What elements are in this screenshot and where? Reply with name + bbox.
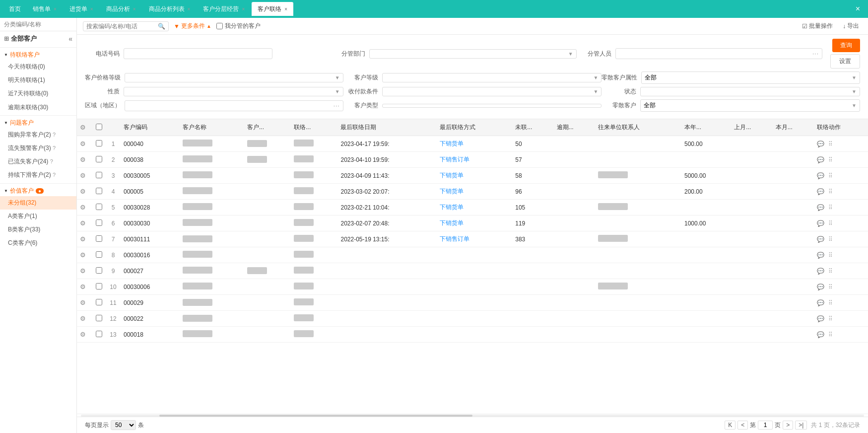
message-icon[interactable]: 💬 (817, 220, 824, 227)
query-button[interactable]: 查询 (832, 39, 860, 52)
message-icon[interactable]: 💬 (817, 315, 824, 322)
nature-select[interactable]: ▼ (124, 87, 343, 96)
message-icon[interactable]: 💬 (817, 156, 824, 163)
row-check[interactable] (92, 263, 106, 279)
last-method-link[interactable]: 下销货单 (440, 219, 464, 226)
page-input[interactable] (758, 421, 773, 430)
close-product-analysis-tab[interactable]: × (133, 6, 136, 12)
sidebar-item-tomorrow[interactable]: 明天待联络(1) (0, 73, 76, 87)
value-group-header[interactable]: ▼ 价值客户 ● (0, 185, 76, 196)
sidebar-item-abnormal[interactable]: 囤购异常客户(2) ? (0, 128, 76, 142)
phone-input[interactable] (124, 48, 272, 59)
close-customer-contact-tab[interactable]: × (284, 6, 287, 12)
search-icon[interactable]: 🔍 (158, 23, 165, 30)
status-select[interactable]: ▼ (640, 87, 860, 96)
close-product-list-tab[interactable]: × (188, 6, 191, 12)
close-sales-tab[interactable]: × (54, 6, 57, 12)
row-gear[interactable]: ⚙ (77, 295, 92, 311)
sidebar-item-lost[interactable]: 已流失客户(24) ? (0, 155, 76, 168)
last-method-link[interactable]: 下销货单 (440, 172, 464, 179)
sidebar-item-today[interactable]: 今天待联络(0) (0, 60, 76, 73)
apps-icon[interactable]: ⠿ (828, 188, 833, 195)
last-method-link[interactable]: 下销货单 (440, 204, 464, 211)
pending-group-header[interactable]: ▼ 待联络客户 (0, 49, 76, 60)
row-gear[interactable]: ⚙ (77, 247, 92, 263)
apps-icon[interactable]: ⠿ (828, 252, 833, 259)
row-check[interactable] (92, 295, 106, 311)
search-input[interactable] (86, 23, 156, 30)
close-window-icon[interactable]: × (852, 4, 864, 13)
tab-customer-tier[interactable]: 客户分层经营 × (197, 2, 251, 16)
settings-icon[interactable]: ⚙ (80, 124, 86, 131)
apps-icon[interactable]: ⠿ (828, 284, 833, 290)
check-header[interactable] (92, 119, 106, 136)
problem-group-header[interactable]: ▼ 问题客户 (0, 117, 76, 128)
message-icon[interactable]: 💬 (817, 172, 824, 179)
more-conditions-btn[interactable]: ▼ 更多条件 ▲ (174, 22, 211, 30)
home-tab[interactable]: 首页 (4, 5, 26, 13)
row-check[interactable] (92, 279, 106, 295)
row-check[interactable] (92, 200, 106, 216)
last-method-link[interactable]: 下销货单 (440, 140, 464, 147)
col-header-name[interactable]: 客户名称 (180, 119, 244, 136)
customer-type-select[interactable] (382, 104, 602, 108)
last-method-link[interactable]: 下销售订单 (440, 156, 469, 163)
apps-icon[interactable]: ⠿ (828, 236, 833, 243)
area-select[interactable]: ··· (125, 100, 343, 111)
reset-button[interactable]: 设置 (830, 54, 860, 69)
message-icon[interactable]: 💬 (817, 204, 824, 211)
price-level-select[interactable]: ▼ (125, 73, 343, 82)
tab-product-list[interactable]: 商品分析列表 × (143, 2, 197, 16)
col-header-unit-contact[interactable]: 往来单位联系人 (595, 119, 681, 136)
sidebar-search-input[interactable] (4, 21, 77, 28)
last-method-link[interactable]: 下销售订单 (440, 235, 469, 242)
apps-icon[interactable]: ⠿ (828, 299, 833, 306)
dept-select[interactable]: ▼ (369, 49, 576, 59)
close-purchase-tab[interactable]: × (90, 6, 93, 12)
row-gear[interactable]: ⚙ (77, 136, 92, 152)
row-check[interactable] (92, 184, 106, 200)
sidebar-item-a-class[interactable]: A类客户(1) (0, 210, 76, 223)
row-gear[interactable]: ⚙ (77, 216, 92, 231)
sidebar-item-overdue[interactable]: 逾期未联络(30) (0, 101, 76, 114)
export-btn[interactable]: ↓ 导出 (840, 21, 862, 31)
row-gear[interactable]: ⚙ (77, 200, 92, 216)
row-check[interactable] (92, 152, 106, 168)
customer-level-select[interactable]: ▼ (382, 73, 602, 82)
col-header-type[interactable]: 客户... (244, 119, 291, 136)
apps-icon[interactable]: ⠿ (828, 156, 833, 163)
select-all-checkbox[interactable] (96, 124, 102, 130)
col-header-overdue[interactable]: 逾期... (554, 119, 595, 136)
apps-icon[interactable]: ⠿ (828, 204, 833, 211)
row-check[interactable] (92, 247, 106, 263)
row-gear[interactable]: ⚙ (77, 311, 92, 327)
col-header-last-method[interactable]: 最后联络方式 (437, 119, 512, 136)
message-icon[interactable]: 💬 (817, 141, 824, 147)
last-page-btn[interactable]: >| (795, 421, 807, 430)
message-icon[interactable]: 💬 (817, 188, 824, 195)
manager-select[interactable]: ··· (615, 48, 822, 59)
row-check[interactable] (92, 136, 106, 152)
all-customers-header[interactable]: ⊞ 全部客户 « (0, 31, 76, 46)
scatter-customer-select[interactable]: 全部 ▼ (640, 99, 860, 112)
message-icon[interactable]: 💬 (817, 268, 824, 275)
col-header-this-month[interactable]: 本月... (773, 119, 814, 136)
payment-select[interactable]: ▼ (382, 87, 602, 96)
col-header-last-date[interactable]: 最后联络日期 (337, 119, 437, 136)
tab-product-analysis[interactable]: 商品分析 × (100, 2, 142, 16)
prev-page-btn[interactable]: < (737, 421, 748, 430)
col-header-uncontacted[interactable]: 未联... (512, 119, 553, 136)
last-method-link[interactable]: 下销货单 (440, 188, 464, 195)
collapse-btn[interactable]: « (68, 35, 72, 43)
sidebar-item-declining[interactable]: 持续下滑客户(2) ? (0, 168, 76, 182)
my-customers-check[interactable] (216, 23, 223, 29)
tab-purchase[interactable]: 进货单 × (64, 2, 99, 16)
row-check[interactable] (92, 311, 106, 327)
sidebar-item-b-class[interactable]: B类客户(33) (0, 223, 76, 236)
bulk-ops-btn[interactable]: ☑ 批量操作 (799, 21, 836, 31)
apps-icon[interactable]: ⠿ (828, 268, 833, 275)
next-page-btn[interactable]: > (783, 421, 793, 430)
row-gear[interactable]: ⚙ (77, 327, 92, 343)
apps-icon[interactable]: ⠿ (828, 315, 833, 322)
sidebar-item-ungrouped[interactable]: 未分组(32) (0, 196, 76, 210)
